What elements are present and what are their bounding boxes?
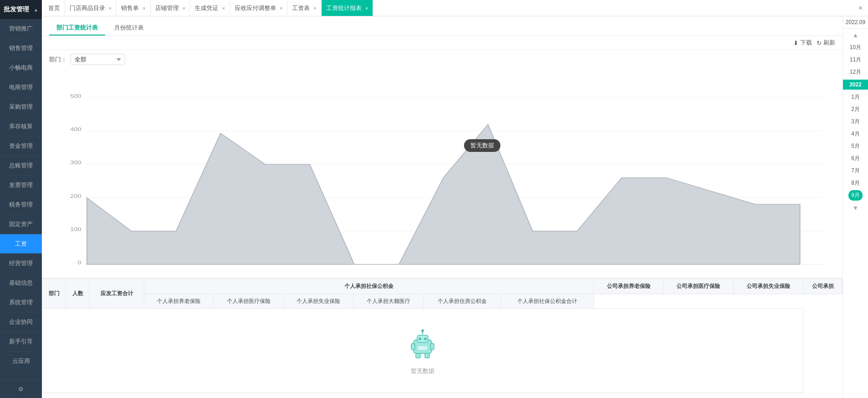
empty-text: 暂无数据 — [411, 367, 434, 375]
tab-payroll[interactable]: 工资表 × — [288, 0, 321, 16]
sidebar-item-invoice[interactable]: 发票管理 — [0, 176, 42, 195]
col-company-more: 公司承担 — [803, 279, 843, 294]
col-housing-personal: 个人承担住房公积金 — [423, 294, 500, 309]
sidebar-item-operations[interactable]: 经营管理 — [0, 254, 42, 273]
dept-filter-select[interactable]: 全部 部门A 部门B — [71, 54, 125, 65]
sidebar-item-basic-info[interactable]: 基础信息 — [0, 273, 42, 293]
table-empty-row: 暂无数据 — [42, 309, 843, 393]
timeline-may[interactable]: 5月 — [843, 140, 868, 152]
timeline-jan[interactable]: 1月 — [843, 91, 868, 103]
tab-store-catalog[interactable]: 门店商品目录 × — [65, 0, 116, 16]
close-all-tabs[interactable]: × — [855, 4, 866, 12]
sub-tabs: 部门工资统计表 月份统计表 — [42, 16, 843, 36]
svg-point-16 — [424, 338, 427, 340]
timeline-apr[interactable]: 4月 — [843, 128, 868, 140]
tab-close-store-mgmt[interactable]: × — [182, 5, 185, 11]
col-unemployment-personal: 个人承担失业保险 — [283, 294, 353, 309]
tab-payroll-report[interactable]: 工资统计报表 × — [322, 0, 373, 16]
svg-text:0: 0 — [78, 260, 81, 266]
sidebar-item-assets[interactable]: 固定资产 — [0, 215, 42, 234]
timeline-mar[interactable]: 3月 — [843, 116, 868, 128]
timeline-panel: 2022.09 ▲ 10月 11月 12月 2022 1月 2月 3月 4月 5… — [843, 16, 868, 398]
empty-robot-icon — [404, 326, 441, 363]
chart-svg: 0 100 200 300 400 500 — [65, 73, 833, 269]
filter-row: 部门： 全部 部门A 部门B — [42, 50, 843, 69]
tab-ar-ap-adjust[interactable]: 应收应付调整单 × — [230, 0, 288, 16]
timeline-jul[interactable]: 7月 — [843, 165, 868, 177]
timeline-sep-active[interactable]: 9月 — [848, 190, 863, 201]
tab-close-store-catalog[interactable]: × — [109, 5, 111, 11]
sub-tab-monthly[interactable]: 月份统计表 — [107, 21, 151, 35]
chevron-up-icon: ▲ — [34, 7, 38, 12]
svg-rect-17 — [411, 343, 415, 350]
download-button[interactable]: ⬇ 下载 — [793, 39, 812, 47]
page-content: 部门工资统计表 月份统计表 ⬇ 下载 ↻ 刷新 部门： — [42, 16, 843, 398]
tab-home[interactable]: 首页 — [44, 0, 65, 16]
col-social-total: 个人承担社保公积金合计 — [501, 294, 594, 309]
timeline-jun[interactable]: 6月 — [843, 152, 868, 165]
col-salary: 应发工资合计 — [90, 279, 144, 309]
gear-icon: ⚙ — [18, 386, 24, 393]
svg-text:500: 500 — [70, 93, 81, 99]
svg-text:100: 100 — [70, 226, 81, 232]
col-pension-personal: 个人承担养老保险 — [144, 294, 214, 309]
tab-sales-order[interactable]: 销售单 × — [116, 0, 150, 16]
sidebar-item-ecommerce-mgmt[interactable]: 电商管理 — [0, 78, 42, 97]
timeline-year-2022[interactable]: 2022 — [843, 80, 868, 90]
col-unemployment-company: 公司承担失业保险 — [733, 279, 803, 294]
tab-close-ar-ap-adjust[interactable]: × — [280, 5, 283, 11]
timeline-dec[interactable]: 12月 — [843, 66, 868, 78]
toolbar: ⬇ 下载 ↻ 刷新 — [42, 36, 843, 50]
svg-text:400: 400 — [70, 126, 81, 132]
timeline-current-date: 2022.09 — [843, 16, 868, 29]
table-area[interactable]: 部门 人数 应发工资合计 个人承担社保公积金 公司承担养老保险 公司承担医疗保险… — [42, 278, 843, 398]
sub-tab-dept-payroll[interactable]: 部门工资统计表 — [49, 21, 105, 35]
sidebar-item-ecommerce-small[interactable]: 小畅电商 — [0, 58, 42, 78]
svg-point-23 — [421, 329, 424, 332]
sidebar-item-inventory[interactable]: 库存核算 — [0, 117, 42, 136]
svg-text:300: 300 — [70, 160, 81, 166]
timeline-feb[interactable]: 2月 — [843, 103, 868, 116]
col-bigmedical-personal: 个人承担大额医疗 — [353, 294, 424, 309]
data-table: 部门 人数 应发工资合计 个人承担社保公积金 公司承担养老保险 公司承担医疗保险… — [42, 278, 843, 393]
sidebar-item-cloud[interactable]: 云应用 — [0, 352, 42, 371]
tab-bar: 首页 门店商品目录 × 销售单 × 店铺管理 × 生成凭证 × 应收应付调整单 … — [42, 0, 868, 16]
content-area: 部门工资统计表 月份统计表 ⬇ 下载 ↻ 刷新 部门： — [42, 16, 868, 398]
timeline-up-nav[interactable]: ▲ — [850, 30, 861, 40]
tab-close-generate-voucher[interactable]: × — [222, 5, 225, 11]
tab-close-payroll[interactable]: × — [313, 5, 316, 11]
svg-marker-12 — [87, 124, 800, 264]
sidebar-item-marketing[interactable]: 营销推广 — [0, 19, 42, 39]
sidebar-settings[interactable]: ⚙ — [0, 380, 42, 398]
dept-filter-label: 部门： — [49, 55, 67, 64]
sidebar-item-sales[interactable]: 销售管理 — [0, 39, 42, 58]
tab-generate-voucher[interactable]: 生成凭证 × — [190, 0, 230, 16]
col-medical-company: 公司承担医疗保险 — [664, 279, 734, 294]
svg-rect-21 — [418, 346, 427, 350]
sidebar-item-purchase[interactable]: 采购管理 — [0, 97, 42, 117]
svg-rect-20 — [425, 353, 429, 358]
timeline-nov[interactable]: 11月 — [843, 54, 868, 66]
sidebar-item-guide[interactable]: 新手引导 — [0, 332, 42, 352]
tab-store-mgmt[interactable]: 店铺管理 × — [151, 0, 190, 16]
sidebar-item-salary[interactable]: 工资 — [0, 234, 42, 254]
timeline-down-nav[interactable]: ▼ — [850, 202, 861, 213]
col-medical-personal: 个人承担医疗保险 — [214, 294, 284, 309]
sidebar-item-ledger[interactable]: 总账管理 — [0, 156, 42, 176]
col-dept: 部门 — [42, 279, 66, 309]
sidebar-header[interactable]: 批发管理 ▲ — [0, 0, 42, 19]
sidebar-item-collab[interactable]: 企业协同 — [0, 312, 42, 332]
svg-rect-18 — [430, 343, 434, 350]
sidebar-item-tax[interactable]: 税务管理 — [0, 195, 42, 215]
sidebar-item-system[interactable]: 系统管理 — [0, 293, 42, 312]
sidebar-item-finance[interactable]: 资金管理 — [0, 136, 42, 156]
download-icon: ⬇ — [793, 40, 798, 46]
timeline-aug[interactable]: 8月 — [843, 177, 868, 189]
refresh-button[interactable]: ↻ 刷新 — [817, 39, 835, 47]
svg-rect-19 — [416, 353, 420, 358]
tab-close-sales-order[interactable]: × — [142, 5, 145, 11]
sidebar-title: 批发管理 — [4, 5, 29, 14]
timeline-oct[interactable]: 10月 — [843, 41, 868, 54]
tab-close-payroll-report[interactable]: × — [365, 5, 368, 11]
chart-container: 0 100 200 300 400 500 暂 — [42, 69, 843, 278]
